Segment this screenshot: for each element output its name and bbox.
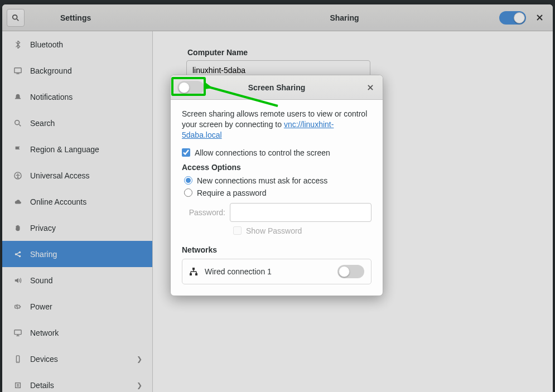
network-row: Wired connection 1 (182, 259, 371, 284)
dialog-desc-text: Screen sharing allows remote users to vi… (182, 109, 367, 129)
show-password-checkbox[interactable] (233, 226, 242, 235)
dialog-close-button[interactable] (364, 81, 377, 94)
show-password-row[interactable]: Show Password (233, 226, 371, 235)
dialog-title: Screen Sharing (248, 83, 306, 92)
radio-password-label: Require a password (197, 188, 267, 197)
screen-sharing-dialog: Screen Sharing Screen sharing allows rem… (170, 75, 383, 296)
show-password-label: Show Password (246, 226, 302, 235)
network-toggle[interactable] (337, 265, 364, 278)
allow-control-checkbox[interactable] (182, 148, 190, 157)
allow-control-label: Allow connections to control the screen (195, 148, 330, 157)
svg-rect-30 (195, 273, 197, 275)
password-label: Password: (186, 208, 225, 217)
dialog-header: Screen Sharing (171, 75, 383, 100)
allow-control-checkbox-row[interactable]: Allow connections to control the screen (182, 148, 371, 157)
radio-ask-row[interactable]: New connections must ask for access (184, 176, 371, 185)
access-options-heading: Access Options (182, 163, 371, 172)
svg-rect-29 (190, 273, 192, 275)
radio-ask[interactable] (184, 176, 192, 185)
svg-rect-28 (192, 268, 195, 270)
radio-ask-label: New connections must ask for access (197, 176, 327, 185)
networks-heading: Networks (182, 245, 371, 254)
network-label: Wired connection 1 (205, 267, 337, 276)
wired-network-icon (189, 267, 198, 276)
screen-sharing-toggle[interactable] (177, 81, 204, 94)
password-input[interactable] (230, 203, 371, 222)
dialog-description: Screen sharing allows remote users to vi… (182, 109, 371, 141)
close-icon (368, 85, 373, 90)
radio-password-row[interactable]: Require a password (184, 188, 371, 197)
radio-password[interactable] (184, 188, 192, 197)
